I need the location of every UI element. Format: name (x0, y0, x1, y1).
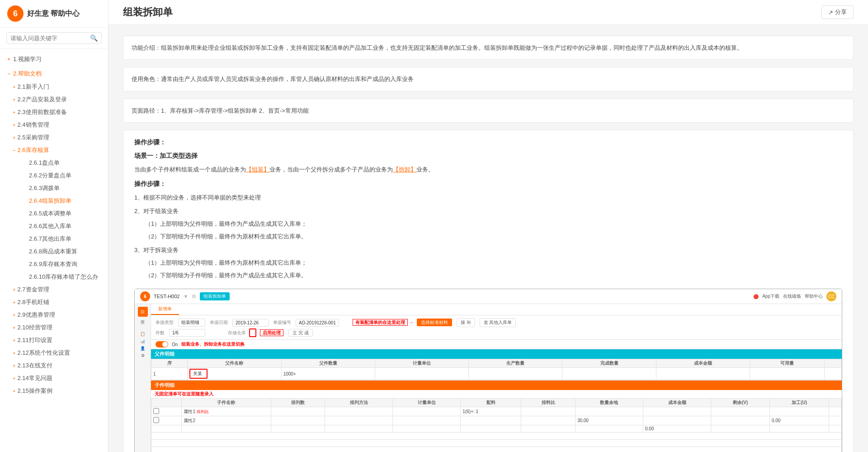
sidebar-item-print[interactable]: + 2.11打印设置 (9, 334, 108, 347)
mock-action-btn1[interactable]: 操 补 (457, 318, 475, 327)
sidebar-item-sales[interactable]: + 2.4销售管理 (9, 119, 108, 131)
sidebar-label-purchase: 2.5采购管理 (17, 133, 49, 142)
step3-1-text: （1）上部明细为父件明细，最终作为原材料生成其它出库单； (145, 257, 842, 269)
sidebar-item-video[interactable]: + 1.视频学习 (0, 52, 108, 66)
sidebar-item-cases[interactable]: + 2.15操作案例 (9, 385, 108, 397)
lower-table-head: 子件名称 排列数 排列方法 计量单位 配料 排料比 数量余地 成本金额 (151, 399, 842, 407)
lower-th-ratio: 排料比 (521, 399, 576, 407)
intro-block: 功能介绍：组装拆卸单用来处理企业组装或拆卸等加工业务，支持有固定装配清单的产品加… (123, 36, 854, 60)
lower-row2-checkbox[interactable] (153, 417, 159, 423)
sidebar-item-stock-error[interactable]: 2.6.10库存账本错了怎么办 (22, 271, 108, 283)
lower-th-process: 加工(U) (769, 399, 829, 407)
lower-row2-sort (271, 416, 325, 425)
search-icon[interactable]: 🔍 (90, 34, 98, 42)
titlebar-nav-btn[interactable]: 组装拆卸单 (200, 292, 230, 300)
plus-icon-mobile: + (13, 300, 15, 305)
disassembly-link[interactable]: 【拆卸】 (393, 166, 416, 173)
lower-row2-margin: 30.00 (575, 416, 643, 425)
lower-th-sort: 排列数 (271, 399, 325, 407)
step2-2-text: （2）下部明细为子件明细，最终作为原材料生成其它出库单。 (145, 231, 842, 243)
lower-row3: 0.00 (151, 425, 842, 433)
sidebar-item-purchase[interactable]: + 2.5采购管理 (9, 131, 108, 144)
plus-icon-print: + (13, 338, 15, 343)
sidebar-item-inventory[interactable]: − 2.6库存核算 (9, 144, 108, 157)
mock-type-dropdown[interactable]: 组装明细 (178, 319, 205, 327)
upper-table-header-row: 序 父件名称 父件数量 计量单位 生产数量 完成数量 成本金额 可用量 (151, 359, 842, 368)
mock-action-btn2[interactable]: 发 其他入库单 (480, 318, 516, 327)
plus-icon-payment: + (13, 363, 15, 368)
sidebar-item-stocktake[interactable]: 2.6.1盘点单 (22, 157, 108, 169)
mock-main-content: 新增单 单据类型 组装明细 单据日期 2019-12-26 单据编号 (151, 304, 842, 452)
lower-row1-badge: 排列比 (197, 409, 209, 414)
sidebar-item-mobile[interactable]: + 2.8手机旺铺 (9, 296, 108, 309)
content-area: 功能介绍：组装拆卸单用来处理企业组装或拆卸等加工业务，支持有固定装配清单的产品加… (108, 25, 868, 452)
sidebar-label-print: 2.11打印设置 (17, 336, 52, 344)
search-box: 🔍 (6, 32, 102, 44)
mock-nav-icon5: ⚙ (141, 353, 145, 358)
lower-row2-method (325, 416, 393, 425)
lower-row4 (151, 433, 842, 440)
share-button[interactable]: ↗ 分享 (821, 5, 854, 19)
sidebar-item-payment[interactable]: + 2.13在线支付 (9, 359, 108, 372)
sidebar-item-coupon[interactable]: + 2.9优惠券管理 (9, 309, 108, 321)
lower-row1-method (325, 407, 393, 416)
lower-row1-checkbox[interactable] (153, 408, 159, 414)
sidebar-item-prepare[interactable]: + 2.3使用前数据准备 (9, 106, 108, 119)
logo-text: 好生意 帮助中心 (27, 9, 80, 19)
mock-count-input[interactable]: 1/6 (169, 329, 205, 337)
mock-select-standard-btn[interactable]: 选择标准材料 (417, 319, 452, 326)
mock-titlebar: 6 TEST-H002 ▼ ⚙ 组装拆卸单 🔴 App下载 在线锻炼 帮助中心 … (135, 289, 842, 304)
sidebar-label-prepare: 2.3使用前数据准备 (17, 108, 66, 116)
help-center-link[interactable]: 帮助中心 (805, 293, 823, 300)
mock-confirm-btn[interactable]: 立 完 成 (288, 329, 313, 337)
upper-th-ops (824, 359, 841, 368)
upper-row1-name-input[interactable]: 关某 (189, 369, 208, 379)
sidebar-item-manage[interactable]: + 2.10经营管理 (9, 321, 108, 334)
upper-row1-name: 关某 (188, 368, 281, 380)
sidebar-item-other-out[interactable]: 2.6.7其他出库单 (22, 233, 108, 245)
toggle-switch[interactable] (156, 341, 168, 347)
mock-date-input[interactable]: 2019-12-26 (232, 319, 269, 327)
lower-th-material: 配料 (461, 399, 521, 407)
annotation5-text: 无固定清单可在这里随意录入 (155, 391, 213, 396)
sidebar-item-install[interactable]: + 2.2产品安装及登录 (9, 93, 108, 106)
lower-th-cost: 成本金额 (643, 399, 711, 407)
minus-icon-docs: − (7, 71, 10, 77)
sidebar-label-finance: 2.7资金管理 (17, 285, 49, 294)
sidebar-item-cost-adjust[interactable]: 2.6.5成本调整单 (22, 207, 108, 220)
nav-section-video: + 1.视频学习 (0, 52, 108, 66)
sidebar-label-docs: 2.帮助文档 (13, 70, 42, 78)
sidebar-item-partial-stocktake[interactable]: 2.6.2分量盘点单 (22, 169, 108, 182)
user-avatar: CC (826, 291, 836, 301)
step2-text: 2、对于组装业务 (134, 205, 842, 217)
app-download-link[interactable]: App下载 (762, 293, 779, 300)
online-practice-link[interactable]: 在线锻炼 (783, 293, 801, 300)
sidebar-item-finance[interactable]: + 2.7资金管理 (9, 283, 108, 296)
lower-row5 (151, 440, 842, 447)
assembly-link[interactable]: 【组装】 (246, 166, 269, 173)
mock-num-input[interactable]: AD-20191226-001 (296, 319, 339, 327)
sidebar-item-stock-ledger[interactable]: 2.6.9库存账本查询 (22, 258, 108, 271)
mock-tab-new[interactable]: 新增单 (151, 304, 179, 315)
sidebar-item-docs[interactable]: − 2.帮助文档 (0, 67, 108, 81)
lower-table-header-row: 子件名称 排列数 排列方法 计量单位 配料 排料比 数量余地 成本金额 (151, 399, 842, 407)
sidebar-label-sales: 2.4销售管理 (17, 121, 49, 129)
upper-th-cost: 成本金额 (656, 359, 750, 368)
plus-icon-video: + (7, 56, 10, 62)
plus-icon-purchase: + (13, 135, 15, 140)
plus-icon-faq: + (13, 376, 15, 381)
sidebar-item-cost-recalc[interactable]: 2.6.8商品成本重算 (22, 245, 108, 258)
mock-store-input[interactable] (249, 328, 256, 337)
sidebar-item-newbie[interactable]: + 2.1新手入门 (9, 81, 108, 93)
lower-th-margin: 数量余地 (575, 399, 643, 407)
upper-section: 父件明细 序 父件名称 父件数量 计量单位 生产数量 (151, 349, 842, 381)
sidebar-item-assembly[interactable]: 2.6.4组装拆卸单 (22, 195, 108, 207)
sidebar-label-inventory: 2.6库存核算 (17, 146, 49, 154)
lower-section-header: 子件明细 (151, 381, 842, 390)
sidebar-item-other-in[interactable]: 2.6.6其他入库单 (22, 220, 108, 233)
sidebar-item-transfer[interactable]: 2.6.3调拨单 (22, 182, 108, 195)
search-input[interactable] (10, 35, 90, 42)
sidebar-item-faq[interactable]: + 2.14常见问题 (9, 372, 108, 385)
lower-row1-cost (643, 407, 711, 416)
sidebar-item-customize[interactable]: + 2.12系统个性化设置 (9, 347, 108, 359)
